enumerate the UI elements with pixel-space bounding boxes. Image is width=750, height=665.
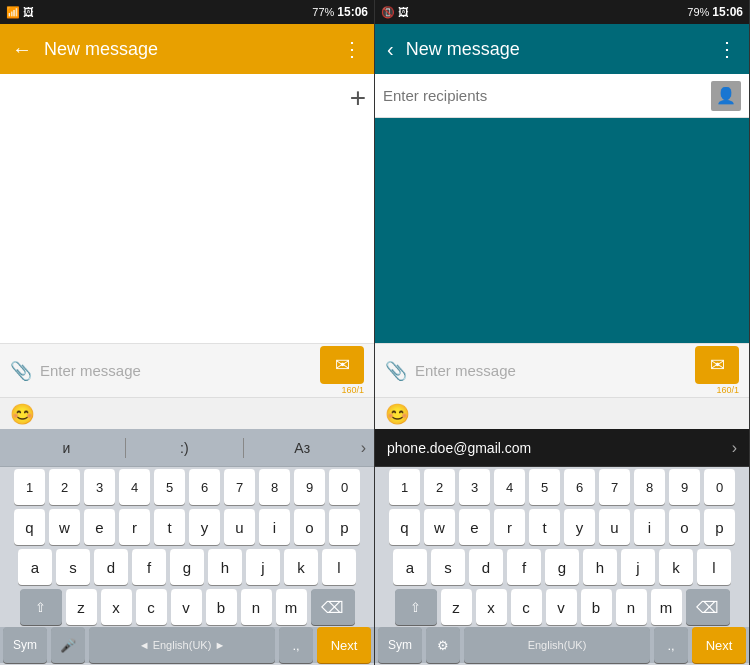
key-g[interactable]: g	[170, 549, 204, 585]
r-key-0[interactable]: 0	[704, 469, 735, 505]
r-key-5[interactable]: 5	[529, 469, 560, 505]
key-f[interactable]: f	[132, 549, 166, 585]
key-s[interactable]: s	[56, 549, 90, 585]
left-message-placeholder[interactable]: Enter message	[40, 362, 320, 379]
email-suggestion-text[interactable]: phone.doe@gmail.com	[387, 440, 732, 456]
key-8[interactable]: 8	[259, 469, 290, 505]
r-key-4[interactable]: 4	[494, 469, 525, 505]
key-4[interactable]: 4	[119, 469, 150, 505]
recipients-input[interactable]	[383, 87, 711, 104]
r-delete-key[interactable]: ⌫	[686, 589, 730, 625]
right-emoji-button[interactable]: 😊	[385, 402, 410, 426]
r-key-9[interactable]: 9	[669, 469, 700, 505]
mic-key[interactable]: 🎤	[51, 627, 85, 663]
r-key-6[interactable]: 6	[564, 469, 595, 505]
delete-key[interactable]: ⌫	[311, 589, 355, 625]
r-key-k[interactable]: k	[659, 549, 693, 585]
key-y[interactable]: y	[189, 509, 220, 545]
key-0[interactable]: 0	[329, 469, 360, 505]
r-key-7[interactable]: 7	[599, 469, 630, 505]
r-key-v[interactable]: v	[546, 589, 577, 625]
space-key[interactable]: ◄ English(UK) ►	[89, 627, 275, 663]
r-sym-key[interactable]: Sym	[378, 627, 422, 663]
r-key-a[interactable]: a	[393, 549, 427, 585]
r-key-o[interactable]: o	[669, 509, 700, 545]
r-key-m[interactable]: m	[651, 589, 682, 625]
r-key-j[interactable]: j	[621, 549, 655, 585]
key-j[interactable]: j	[246, 549, 280, 585]
r-key-p[interactable]: p	[704, 509, 735, 545]
next-button-left[interactable]: Next	[317, 627, 371, 663]
menu-button[interactable]: ⋮	[342, 37, 362, 61]
punct-key[interactable]: .,	[279, 627, 313, 663]
r-key-y[interactable]: y	[564, 509, 595, 545]
attach-icon[interactable]: 📎	[10, 360, 32, 382]
back-button[interactable]: ←	[12, 38, 32, 61]
right-send-button[interactable]: ✉	[695, 346, 739, 384]
key-5[interactable]: 5	[154, 469, 185, 505]
suggestion-item-3[interactable]: Аз	[244, 436, 361, 460]
right-message-placeholder[interactable]: Enter message	[415, 362, 695, 379]
key-v[interactable]: v	[171, 589, 202, 625]
r-key-b[interactable]: b	[581, 589, 612, 625]
r-key-1[interactable]: 1	[389, 469, 420, 505]
suggestion-arrow[interactable]: ›	[361, 439, 366, 457]
r-key-s[interactable]: s	[431, 549, 465, 585]
key-m[interactable]: m	[276, 589, 307, 625]
key-n[interactable]: n	[241, 589, 272, 625]
r-key-h[interactable]: h	[583, 549, 617, 585]
r-key-r[interactable]: r	[494, 509, 525, 545]
shift-key[interactable]: ⇧	[20, 589, 62, 625]
r-space-key[interactable]: English(UK)	[464, 627, 650, 663]
r-key-f[interactable]: f	[507, 549, 541, 585]
key-a[interactable]: a	[18, 549, 52, 585]
sym-key[interactable]: Sym	[3, 627, 47, 663]
key-q[interactable]: q	[14, 509, 45, 545]
key-w[interactable]: w	[49, 509, 80, 545]
email-suggestion-arrow[interactable]: ›	[732, 439, 737, 457]
r-key-2[interactable]: 2	[424, 469, 455, 505]
right-menu-button[interactable]: ⋮	[717, 37, 737, 61]
r-key-c[interactable]: c	[511, 589, 542, 625]
suggestion-item-1[interactable]: и	[8, 436, 125, 460]
r-key-q[interactable]: q	[389, 509, 420, 545]
contact-icon[interactable]: 👤	[711, 81, 741, 111]
r-key-w[interactable]: w	[424, 509, 455, 545]
key-6[interactable]: 6	[189, 469, 220, 505]
key-u[interactable]: u	[224, 509, 255, 545]
key-b[interactable]: b	[206, 589, 237, 625]
key-h[interactable]: h	[208, 549, 242, 585]
r-punct-key[interactable]: .,	[654, 627, 688, 663]
send-button[interactable]: ✉	[320, 346, 364, 384]
r-key-l[interactable]: l	[697, 549, 731, 585]
r-key-8[interactable]: 8	[634, 469, 665, 505]
key-9[interactable]: 9	[294, 469, 325, 505]
right-back-button[interactable]: ‹	[387, 38, 394, 61]
key-t[interactable]: t	[154, 509, 185, 545]
r-key-e[interactable]: e	[459, 509, 490, 545]
r-key-g[interactable]: g	[545, 549, 579, 585]
key-2[interactable]: 2	[49, 469, 80, 505]
key-e[interactable]: e	[84, 509, 115, 545]
r-gear-key[interactable]: ⚙	[426, 627, 460, 663]
key-r[interactable]: r	[119, 509, 150, 545]
suggestion-item-2[interactable]: :)	[126, 436, 243, 460]
key-i[interactable]: i	[259, 509, 290, 545]
emoji-button[interactable]: 😊	[10, 402, 35, 426]
key-7[interactable]: 7	[224, 469, 255, 505]
key-l[interactable]: l	[322, 549, 356, 585]
key-d[interactable]: d	[94, 549, 128, 585]
key-o[interactable]: o	[294, 509, 325, 545]
key-c[interactable]: c	[136, 589, 167, 625]
key-k[interactable]: k	[284, 549, 318, 585]
r-key-n[interactable]: n	[616, 589, 647, 625]
key-z[interactable]: z	[66, 589, 97, 625]
right-attach-icon[interactable]: 📎	[385, 360, 407, 382]
next-button-right[interactable]: Next	[692, 627, 746, 663]
r-shift-key[interactable]: ⇧	[395, 589, 437, 625]
key-1[interactable]: 1	[14, 469, 45, 505]
r-key-3[interactable]: 3	[459, 469, 490, 505]
r-key-z[interactable]: z	[441, 589, 472, 625]
add-recipient-button[interactable]: +	[350, 82, 366, 114]
r-key-u[interactable]: u	[599, 509, 630, 545]
